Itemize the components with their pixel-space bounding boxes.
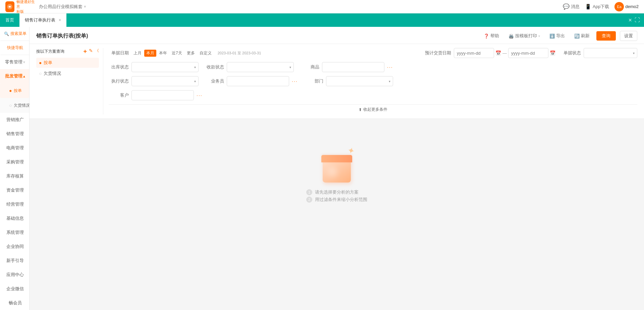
doc-status-select[interactable] bbox=[584, 48, 637, 58]
customer-input[interactable] bbox=[131, 90, 194, 100]
sidebar-quick-nav[interactable]: 快捷导航 bbox=[0, 41, 29, 55]
message-btn[interactable]: 💬 消息 bbox=[563, 3, 580, 10]
sidebar-item-purchase[interactable]: 采购管理 bbox=[0, 155, 29, 169]
sidebar-label-collab: 企业协同 bbox=[6, 244, 24, 250]
date-tab-custom[interactable]: 自定义 bbox=[198, 50, 214, 57]
sidebar-label-wechat: 企业微信 bbox=[6, 286, 24, 292]
delivery-status-select[interactable] bbox=[131, 62, 199, 72]
print-arrow-icon: ▾ bbox=[538, 34, 540, 38]
sidebar-item-operation[interactable]: 经营管理 bbox=[0, 197, 29, 211]
tab-sales-order[interactable]: 销售订单执行表 × bbox=[19, 13, 66, 27]
window-maximize-btn[interactable]: ⛶ bbox=[635, 17, 640, 23]
shortage-scheme-icon: ○ bbox=[39, 71, 42, 76]
goods-more-btn[interactable]: ··· bbox=[387, 64, 393, 70]
expected-delivery-end[interactable] bbox=[508, 48, 548, 58]
sidebar-item-wholesale[interactable]: 批发管理 ▲ bbox=[0, 69, 29, 83]
breadcrumb[interactable]: 办公用品行业模拟账套 ▾ bbox=[39, 4, 559, 10]
add-scheme-btn[interactable]: + bbox=[83, 48, 87, 55]
collapse-up-icon: ⬆ bbox=[359, 107, 362, 112]
sidebar-item-system[interactable]: 系统管理 bbox=[0, 225, 29, 240]
filter-field-customer: 客户 ··· bbox=[109, 90, 203, 100]
sidebar-item-member[interactable]: 畅会员 bbox=[0, 296, 29, 310]
sidebar-label-purchase: 采购管理 bbox=[6, 159, 24, 165]
export-icon: ⬇️ bbox=[549, 34, 555, 39]
edit-scheme-btn[interactable]: ✎ bbox=[89, 48, 93, 55]
sidebar-label-basic: 基础信息 bbox=[6, 215, 24, 221]
avatar: Ea bbox=[614, 2, 624, 11]
logo-text: 畅捷通好生意 标版 bbox=[16, 0, 35, 14]
settings-btn[interactable]: 设置 bbox=[620, 31, 637, 41]
dept-label: 部门 bbox=[303, 78, 323, 84]
dept-select[interactable] bbox=[326, 76, 393, 86]
sidebar-sub-item-bydan[interactable]: ● 按单 bbox=[0, 83, 29, 98]
empty-step-2: 2 用过滤条件来缩小分析范围 bbox=[306, 197, 367, 203]
sidebar-label-marketing: 营销推广 bbox=[6, 117, 24, 123]
customer-label: 客户 bbox=[109, 92, 129, 98]
print-btn[interactable]: 🖨️ 按模板打印 ▾ bbox=[506, 32, 543, 40]
expected-delivery-start[interactable] bbox=[454, 48, 494, 58]
sidebar-item-finance[interactable]: 资金管理 bbox=[0, 183, 29, 197]
print-icon: 🖨️ bbox=[508, 34, 514, 39]
salesperson-more-btn[interactable]: ··· bbox=[292, 79, 298, 84]
shortage-scheme-label: 欠货情况 bbox=[44, 70, 61, 76]
refresh-btn[interactable]: 🔄 刷新 bbox=[572, 32, 592, 40]
help-btn[interactable]: ❓ 帮助 bbox=[481, 32, 502, 40]
exec-status-label: 执行状态 bbox=[109, 78, 129, 84]
scheme-item-bydan[interactable]: ● 按单 bbox=[36, 58, 99, 68]
salesperson-input[interactable] bbox=[227, 76, 289, 86]
top-right-area: 💬 消息 📱 App下载 Ea demo2 bbox=[563, 2, 639, 11]
export-btn[interactable]: ⬇️ 导出 bbox=[547, 32, 568, 40]
filter-scheme-panel: 按以下方案查询 + ✎ 《 ● 按单 ○ 欠货情况 bbox=[36, 48, 103, 114]
payment-status-select[interactable] bbox=[227, 62, 294, 72]
app-download-btn[interactable]: 📱 App下载 bbox=[585, 4, 609, 10]
shortage-label: 欠货情况 bbox=[14, 103, 30, 108]
sidebar-label-system: 系统管理 bbox=[6, 229, 24, 236]
sidebar-item-inventory[interactable]: 库存核算 bbox=[0, 169, 29, 183]
sidebar-item-sales[interactable]: 销售管理 bbox=[0, 127, 29, 141]
sidebar-item-basic[interactable]: 基础信息 bbox=[0, 211, 29, 225]
empty-steps: 1 请先选择要分析的方案 2 用过滤条件来缩小分析范围 bbox=[306, 189, 367, 204]
customer-more-btn[interactable]: ··· bbox=[197, 93, 203, 98]
filter-row-3: 执行状态 ▾ 业务员 ··· bbox=[109, 76, 637, 86]
sidebar-item-guide[interactable]: 新手引导 bbox=[0, 254, 29, 268]
date-tab-more[interactable]: 更多 bbox=[185, 50, 197, 57]
scheme-item-shortage[interactable]: ○ 欠货情况 bbox=[36, 68, 99, 79]
help-icon: ❓ bbox=[484, 34, 489, 39]
step-2-num: 2 bbox=[306, 197, 312, 203]
sidebar-item-ecommerce[interactable]: 电商管理 bbox=[0, 141, 29, 155]
tab-home[interactable]: 首页 bbox=[0, 13, 19, 27]
message-icon: 💬 bbox=[563, 3, 570, 10]
collapse-filter-btn[interactable]: ⬆ 收起更多条件 bbox=[109, 104, 637, 114]
bydan-label: 按单 bbox=[14, 88, 22, 94]
sidebar-item-marketing[interactable]: 营销推广 bbox=[0, 113, 29, 127]
window-close-btn[interactable]: × bbox=[628, 17, 632, 24]
doc-status-label: 单据状态 bbox=[561, 50, 581, 56]
collapse-scheme-btn[interactable]: 《 bbox=[95, 48, 99, 55]
sidebar-sub-item-shortage[interactable]: ○ 欠货情况 bbox=[0, 98, 29, 113]
user-profile[interactable]: Ea demo2 bbox=[614, 2, 639, 11]
sidebar-search-menu[interactable]: 🔍 搜索菜单 bbox=[0, 27, 29, 41]
date-tab-last-month[interactable]: 上月 bbox=[131, 50, 144, 57]
filter-field-expected-delivery: 预计交货日期 📅 — 📅 bbox=[425, 48, 555, 58]
filter-field-goods: 商品 ··· bbox=[299, 62, 393, 72]
date-tabs: 上月 本月 本年 近7天 更多 自定义 bbox=[131, 50, 214, 57]
delivery-status-select-wrapper: ▾ bbox=[131, 62, 199, 72]
date-tab-7days[interactable]: 近7天 bbox=[170, 50, 184, 57]
query-btn[interactable]: 查询 bbox=[596, 31, 616, 41]
sidebar-label-inventory: 库存核算 bbox=[6, 173, 24, 179]
step-1-text: 请先选择要分析的方案 bbox=[315, 189, 359, 195]
date-field-label: 单据日期 bbox=[109, 50, 129, 56]
goods-input[interactable] bbox=[322, 62, 384, 72]
date-tab-this-year[interactable]: 本年 bbox=[157, 50, 169, 57]
sidebar-item-retail[interactable]: 零售管理 ▼ bbox=[0, 55, 29, 69]
filter-field-payment-status: 收款状态 ▾ bbox=[204, 62, 294, 72]
exec-status-select[interactable] bbox=[131, 76, 199, 86]
tab-close-btn[interactable]: × bbox=[59, 18, 61, 22]
sidebar-item-wechat[interactable]: 企业微信 bbox=[0, 282, 29, 296]
empty-illustration: ✦ bbox=[317, 146, 357, 183]
doc-status-select-wrapper: ▾ bbox=[584, 48, 637, 58]
sidebar-item-collab[interactable]: 企业协同 bbox=[0, 240, 29, 254]
date-tab-this-month[interactable]: 本月 bbox=[144, 50, 156, 57]
filter-scheme-actions: + ✎ 《 bbox=[83, 48, 99, 55]
sidebar-item-apps[interactable]: 应用中心 bbox=[0, 268, 29, 282]
